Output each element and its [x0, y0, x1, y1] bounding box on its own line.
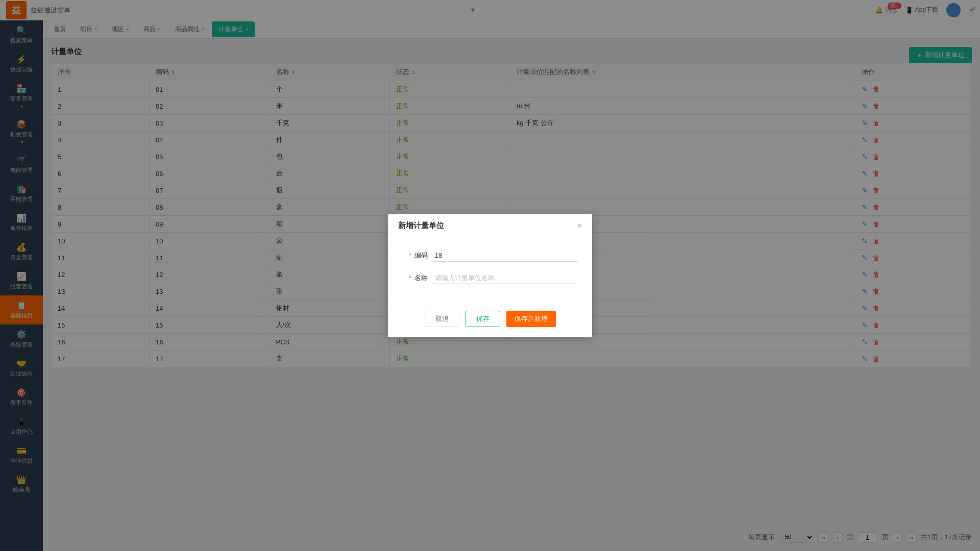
code-input[interactable]: [432, 249, 578, 262]
code-required-mark: *: [409, 252, 411, 259]
form-row-code: * 编码: [402, 249, 578, 262]
cancel-button[interactable]: 取消: [425, 311, 459, 327]
name-required-mark: *: [409, 274, 411, 282]
modal-close-btn[interactable]: ×: [577, 221, 582, 231]
form-row-name: * 名称: [402, 272, 578, 284]
modal-footer: 取消 保存 保存并新增: [388, 305, 592, 337]
save-and-add-button[interactable]: 保存并新增: [506, 311, 556, 327]
code-field-label: * 编码: [402, 251, 428, 260]
save-button[interactable]: 保存: [465, 311, 500, 327]
unit-name-input[interactable]: [432, 272, 578, 284]
modal-body: * 编码 * 名称: [388, 237, 592, 305]
name-field-label: * 名称: [402, 273, 428, 283]
modal-header: 新增计量单位 ×: [388, 214, 592, 237]
add-unit-modal: 新增计量单位 × * 编码 * 名称 取消 保存 保存并新增: [388, 214, 592, 337]
modal-overlay[interactable]: 新增计量单位 × * 编码 * 名称 取消 保存 保存并新增: [0, 0, 980, 551]
modal-title: 新增计量单位: [398, 221, 444, 231]
